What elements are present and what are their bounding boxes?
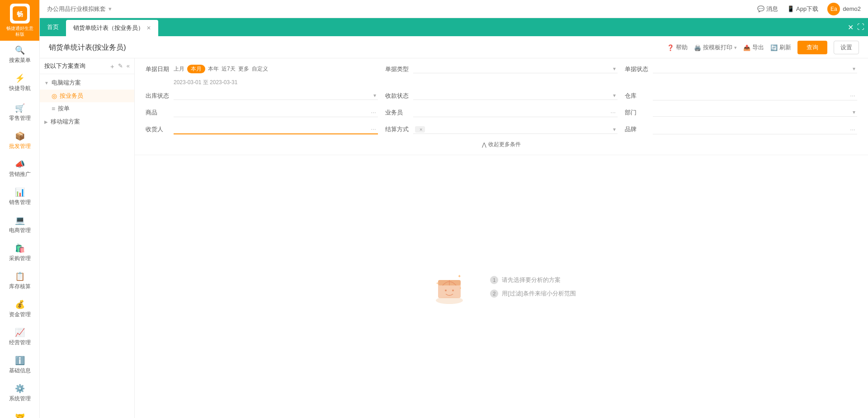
svg-text:✦: ✦ [459, 287, 462, 290]
tree-child-order[interactable]: ≡ 按单 [40, 102, 134, 115]
doc-type-chevron-icon: ▾ [613, 66, 616, 72]
receiver-label: 收货人 [146, 125, 171, 133]
settle-chevron-icon[interactable]: ▾ [613, 126, 616, 133]
date-btn-this-year[interactable]: 本年 [208, 65, 219, 73]
download-icon: 📱 [787, 5, 794, 12]
date-options-group: 上月 本月 本年 近7天 更多 自定义 [174, 65, 378, 73]
sidebar-item-label: 销售管理 [9, 199, 31, 206]
collapse-arrow-icon: ⋀ [482, 142, 486, 148]
sidebar-item-finance[interactable]: 💰 资金管理 [0, 295, 39, 323]
date-btn-this-month[interactable]: 本月 [187, 65, 205, 73]
sidebar-item-wholesale[interactable]: 📦 批发管理 [0, 127, 39, 155]
sidebar-item-ecom[interactable]: 💻 电商管理 [0, 211, 39, 239]
app-topbar: 办公用品行业模拟账套 ▾ 💬 消息 📱 App下载 Ea demo2 [40, 0, 868, 18]
filter-cell-receiver: 收货人 ··· [142, 123, 382, 136]
sidebar-item-search[interactable]: 🔍 搜索菜单 [0, 41, 39, 69]
sidebar-item-operations[interactable]: 📈 经营管理 [0, 323, 39, 351]
sidebar-item-collab[interactable]: 🤝 企业协同 [0, 407, 39, 418]
date-btn-last-month[interactable]: 上月 [174, 65, 184, 73]
user-name: demo2 [843, 5, 861, 12]
tree-label-mobile: 移动端方案 [51, 118, 80, 126]
date-btn-custom[interactable]: 自定义 [252, 65, 268, 73]
goods-input-wrap: ··· [174, 108, 378, 117]
sales-icon: 📊 [15, 187, 25, 197]
doc-type-select[interactable]: ▾ [413, 65, 618, 73]
export-btn[interactable]: 📤 导出 [743, 43, 764, 52]
settle-tag-close[interactable]: × [420, 127, 422, 132]
collab-icon: 🤝 [15, 412, 25, 418]
svg-point-7 [452, 290, 454, 291]
collapse-btn[interactable]: ⋀ 收起更多条件 [142, 139, 861, 150]
svg-text:✦: ✦ [436, 281, 439, 285]
date-btn-more[interactable]: 更多 [238, 65, 249, 73]
warehouse-input-wrap: ··· [653, 91, 857, 100]
receive-status-chevron-icon: ▾ [613, 92, 616, 99]
receiver-input[interactable] [175, 126, 371, 133]
filter-cell-warehouse: 仓库 ··· [621, 89, 861, 102]
tip-text-1: 请先选择要分析的方案 [502, 276, 561, 284]
settle-label: 结算方式 [385, 125, 410, 133]
lightning-icon: ⚡ [15, 73, 25, 83]
salesperson-dots-icon[interactable]: ··· [610, 109, 616, 116]
tab-close-btn[interactable]: ✕ [848, 23, 854, 32]
refresh-icon: 🔄 [770, 44, 778, 51]
sidebar-item-label: 基础信息 [9, 367, 31, 375]
help-label: 帮助 [676, 43, 688, 52]
inventory-icon: 📋 [15, 271, 25, 281]
sidebar-item-quick-nav[interactable]: ⚡ 快捷导航 [0, 69, 39, 97]
export-label: 导出 [752, 43, 764, 52]
setup-button[interactable]: 设置 [834, 41, 859, 54]
out-status-select[interactable]: ▾ [174, 91, 378, 100]
add-scheme-btn[interactable]: + [110, 62, 114, 70]
tab-sales-report[interactable]: 销货单统计表（按业务员） ✕ [66, 20, 158, 36]
dept-select[interactable]: ▾ [653, 108, 857, 117]
sidebar-item-basic-info[interactable]: ℹ️ 基础信息 [0, 351, 39, 379]
sidebar-item-system[interactable]: ⚙️ 系统管理 [0, 379, 39, 407]
sidebar-item-inventory[interactable]: 📋 库存核算 [0, 267, 39, 295]
left-panel-actions: + ✎ « [110, 62, 130, 70]
purchase-icon: 🛍️ [15, 243, 25, 253]
breadcrumb-dropdown-icon[interactable]: ▾ [108, 5, 112, 12]
out-status-label: 出库状态 [146, 92, 171, 100]
message-btn[interactable]: 💬 消息 [757, 5, 778, 13]
edit-scheme-btn[interactable]: ✎ [118, 62, 123, 70]
tree-item-desktop[interactable]: ▼ 电脑端方案 [40, 76, 134, 90]
receiver-dots-icon[interactable]: ··· [371, 125, 376, 133]
sidebar-item-purchase[interactable]: 🛍️ 采购管理 [0, 239, 39, 267]
doc-status-select[interactable]: ▾ [653, 65, 857, 73]
list-icon: ≡ [52, 105, 55, 112]
refresh-btn[interactable]: 🔄 刷新 [770, 43, 791, 52]
sidebar-item-label: 零售管理 [9, 114, 31, 122]
tab-close-icon[interactable]: ✕ [146, 25, 151, 31]
wholesale-icon: 📦 [15, 131, 25, 141]
help-btn[interactable]: ❓ 帮助 [667, 43, 688, 52]
tab-home[interactable]: 首页 [40, 18, 66, 36]
tab-expand-btn[interactable]: ⛶ [857, 23, 864, 31]
content-body: 按以下方案查询 + ✎ « ▼ 电脑端方案 ◎ [40, 58, 868, 418]
page-title: 销货单统计表(按业务员) [49, 43, 126, 52]
retail-icon: 🛒 [15, 103, 25, 113]
settle-tag: × [415, 126, 425, 133]
tree-arrow-mobile: ▶ [44, 119, 48, 124]
tree-child-salesperson[interactable]: ◎ 按业务员 [40, 90, 134, 102]
sidebar-item-label: 快捷导航 [9, 85, 31, 92]
date-btn-7days[interactable]: 近7天 [222, 65, 236, 73]
sidebar-item-sales[interactable]: 📊 销售管理 [0, 183, 39, 211]
app-download-label: App下载 [796, 5, 818, 13]
brand-dots-icon[interactable]: ··· [850, 126, 855, 133]
finance-icon: 💰 [15, 299, 25, 309]
query-button[interactable]: 查询 [797, 41, 827, 54]
sidebar-item-retail[interactable]: 🛒 零售管理 [0, 99, 39, 127]
receive-status-label: 收款状态 [385, 92, 410, 100]
collapse-panel-btn[interactable]: « [127, 62, 130, 70]
goods-dots-icon[interactable]: ··· [371, 109, 376, 116]
tab-home-label: 首页 [47, 23, 59, 31]
tree-item-mobile[interactable]: ▶ 移动端方案 [40, 115, 134, 128]
sidebar-item-marketing[interactable]: 📣 营销推广 [0, 155, 39, 183]
user-profile[interactable]: Ea demo2 [827, 3, 861, 15]
receive-status-select[interactable]: ▾ [413, 91, 618, 100]
warehouse-dots-icon[interactable]: ··· [850, 92, 855, 99]
app-download-btn[interactable]: 📱 App下载 [787, 5, 818, 13]
print-btn[interactable]: 🖨️ 按模板打印 ▾ [694, 43, 737, 52]
sidebar-item-label: 搜索菜单 [9, 57, 31, 64]
